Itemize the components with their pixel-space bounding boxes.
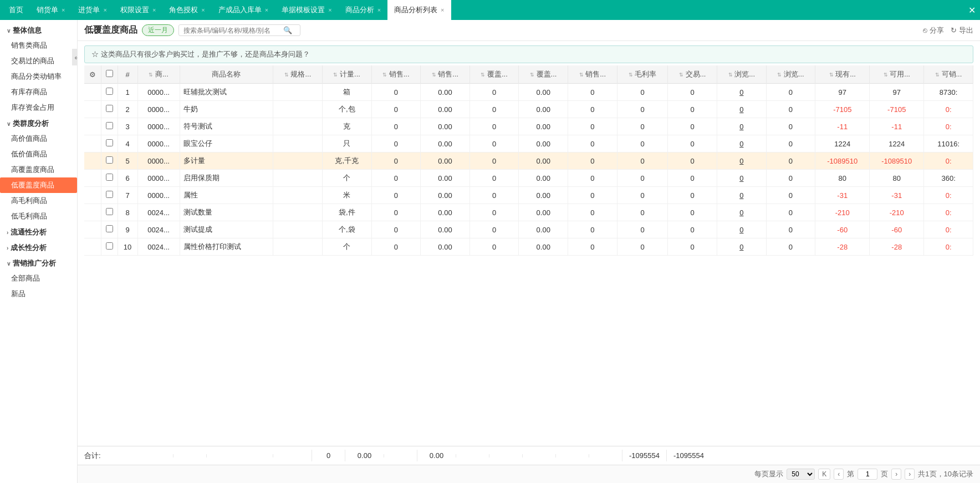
row-checkbox-cell[interactable] <box>101 152 118 170</box>
nav-finished-goods-close[interactable]: × <box>265 0 268 20</box>
sidebar-group-marketing[interactable]: ∨ 营销推广分析 <box>0 255 77 271</box>
sale3-column-header[interactable]: ⇅ 销售... <box>568 65 617 84</box>
sidebar-item-category-rate[interactable]: 商品分类动销率 <box>0 69 77 84</box>
sale-qty-column-header[interactable]: ⇅ 销售... <box>371 65 421 84</box>
row-browse1[interactable]: 0 <box>717 152 767 170</box>
sidebar-item-stocked-goods[interactable]: 有库存商品 <box>0 84 77 100</box>
export-button[interactable]: ↻ 导出 <box>951 26 973 35</box>
time-filter-button[interactable]: 近一月 <box>142 24 174 36</box>
name-column-header[interactable]: 商品名称 <box>180 65 273 84</box>
checkbox-column-header[interactable] <box>101 65 118 84</box>
row-checkbox[interactable] <box>106 139 113 146</box>
row-checkbox-cell[interactable] <box>101 170 118 187</box>
sort-icon-6: ⇅ <box>481 72 485 78</box>
nav-purchase[interactable]: 进货单 × <box>72 0 113 20</box>
sidebar-item-sales-goods[interactable]: 销售类商品 <box>0 38 77 53</box>
row-browse1[interactable]: 0 <box>717 204 767 221</box>
last-page-button[interactable]: › <box>905 469 915 480</box>
sidebar-collapse-button[interactable]: « <box>72 49 78 65</box>
nav-sales[interactable]: 销货单 × <box>30 0 72 20</box>
sidebar-group-growth[interactable]: › 成长性分析 <box>0 240 77 255</box>
nav-product-analysis-list[interactable]: 商品分析列表 × <box>387 0 451 20</box>
row-browse1[interactable]: 0 <box>717 187 767 204</box>
row-browse1[interactable]: 0 <box>717 238 767 256</box>
row-checkbox[interactable] <box>106 122 113 129</box>
sidebar-item-stock-capital[interactable]: 库存资金占用 <box>0 100 77 115</box>
share-button[interactable]: ⎋ 分享 <box>923 26 944 35</box>
prev-page-button[interactable]: ‹ <box>834 469 844 480</box>
per-page-select[interactable]: 50 20 100 200 <box>787 469 815 480</box>
row-checkbox-cell[interactable] <box>101 101 118 118</box>
row-checkbox[interactable] <box>106 208 113 215</box>
sidebar-item-traded-goods[interactable]: 交易过的商品 <box>0 53 77 69</box>
nav-template-settings[interactable]: 单据模板设置 × <box>275 0 338 20</box>
trade-column-header[interactable]: ⇅ 交易... <box>668 65 717 84</box>
sidebar-item-high-value[interactable]: 高价值商品 <box>0 131 77 146</box>
browse1-column-header[interactable]: ⇅ 浏览... <box>717 65 767 84</box>
row-checkbox-cell[interactable] <box>101 238 118 256</box>
row-checkbox[interactable] <box>106 174 113 181</box>
cover2-column-header[interactable]: ⇅ 覆盖... <box>519 65 568 84</box>
nav-home[interactable]: 首页 <box>2 0 30 20</box>
row-checkbox[interactable] <box>106 225 113 232</box>
sidebar-item-new-goods[interactable]: 新品 <box>0 286 77 302</box>
saleable-column-header[interactable]: ⇅ 可销... <box>924 65 973 84</box>
row-checkbox-cell[interactable] <box>101 135 118 152</box>
row-checkbox[interactable] <box>106 242 113 250</box>
sidebar-item-high-coverage[interactable]: 高覆盖度商品 <box>0 162 77 177</box>
row-browse1[interactable]: 0 <box>717 135 767 152</box>
row-checkbox-cell[interactable] <box>101 84 118 101</box>
first-page-button[interactable]: K <box>818 469 830 480</box>
gross-column-header[interactable]: ⇅ 毛利率 <box>617 65 668 84</box>
current-column-header[interactable]: ⇅ 现有... <box>815 65 870 84</box>
row-browse1[interactable]: 0 <box>717 84 767 101</box>
row-browse1[interactable]: 0 <box>717 221 767 238</box>
sidebar-item-low-coverage[interactable]: 低覆盖度商品 <box>0 177 77 193</box>
row-checkbox-cell[interactable] <box>101 118 118 135</box>
nav-template-settings-close[interactable]: × <box>328 0 331 20</box>
sidebar-item-all-goods[interactable]: 全部商品 <box>0 271 77 286</box>
available-column-header[interactable]: ⇅ 可用... <box>870 65 924 84</box>
next-page-button[interactable]: › <box>891 469 901 480</box>
nav-product-analysis[interactable]: 商品分析 × <box>339 0 387 20</box>
nav-roles[interactable]: 角色授权 × <box>162 0 211 20</box>
nav-roles-close[interactable]: × <box>201 0 205 20</box>
unit-column-header[interactable]: ⇅ 计量... <box>322 65 371 84</box>
row-browse1[interactable]: 0 <box>717 101 767 118</box>
data-table-container[interactable]: ⚙ # ⇅ 商... 商品名称 ⇅ <box>78 65 980 446</box>
nav-product-analysis-list-close[interactable]: × <box>441 0 444 20</box>
sidebar-item-low-value[interactable]: 低价值商品 <box>0 146 77 162</box>
nav-product-analysis-close[interactable]: × <box>377 0 381 20</box>
row-browse1[interactable]: 0 <box>717 118 767 135</box>
spec-column-header[interactable]: ⇅ 规格... <box>273 65 323 84</box>
sidebar-group-liquidity[interactable]: › 流通性分析 <box>0 224 77 240</box>
nav-purchase-close[interactable]: × <box>103 0 106 20</box>
nav-sales-close[interactable]: × <box>62 0 65 20</box>
window-close-button[interactable]: ✕ <box>968 5 976 16</box>
code-column-header[interactable]: ⇅ 商... <box>137 65 180 84</box>
page-number-input[interactable] <box>858 469 877 480</box>
settings-column-header[interactable]: ⚙ <box>84 65 101 84</box>
row-checkbox-cell[interactable] <box>101 187 118 204</box>
cover1-column-header[interactable]: ⇅ 覆盖... <box>469 65 519 84</box>
row-checkbox[interactable] <box>106 156 113 164</box>
row-checkbox[interactable] <box>106 191 113 198</box>
browse2-column-header[interactable]: ⇅ 浏览... <box>766 65 815 84</box>
row-checkbox-cell[interactable] <box>101 221 118 238</box>
sale-amt-column-header[interactable]: ⇅ 销售... <box>421 65 470 84</box>
sidebar-item-low-margin[interactable]: 低毛利商品 <box>0 209 77 224</box>
row-browse1[interactable]: 0 <box>717 170 767 187</box>
nav-finished-goods[interactable]: 产成品入库单 × <box>212 0 275 20</box>
row-checkbox-cell[interactable] <box>101 204 118 221</box>
row-checkbox[interactable] <box>106 105 113 112</box>
search-input[interactable] <box>183 27 283 34</box>
row-checkbox[interactable] <box>106 88 113 95</box>
row-browse2: 0 <box>766 187 815 204</box>
nav-permissions[interactable]: 权限设置 × <box>114 0 162 20</box>
sidebar-item-high-margin[interactable]: 高毛利商品 <box>0 193 77 209</box>
select-all-checkbox[interactable] <box>106 70 113 77</box>
nav-permissions-close[interactable]: × <box>152 0 156 20</box>
sidebar-group-overall[interactable]: ∨ 整体信息 <box>0 22 77 38</box>
row-sale-qty: 0 <box>371 101 421 118</box>
sidebar-group-cluster[interactable]: ∨ 类群度分析 <box>0 115 77 131</box>
